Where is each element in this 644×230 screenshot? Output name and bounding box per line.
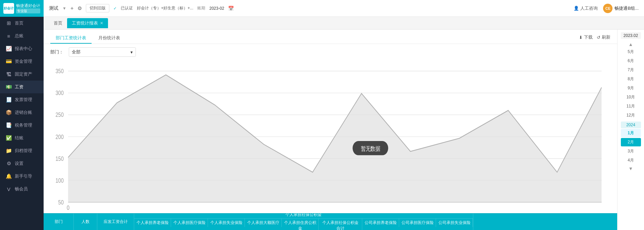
sidebar-label-ledger: 总账 <box>15 33 23 39</box>
help-button[interactable]: 👤 人工咨询 <box>574 5 598 11</box>
invoice-icon: 🧾 <box>5 97 12 103</box>
avatar-initials: CE <box>605 6 610 10</box>
sidebar-item-tax[interactable]: 📑 税务管理 <box>0 119 44 132</box>
sidebar-label-invoice: 发票管理 <box>15 97 32 103</box>
sidebar-item-archive[interactable]: 📁 归档管理 <box>0 144 44 157</box>
sales-icon: 📦 <box>5 109 12 116</box>
settings-button[interactable]: ⚙ <box>77 5 82 11</box>
tab-close-icon[interactable]: ✕ <box>100 21 103 26</box>
calendar-icon[interactable]: 📅 <box>228 6 234 11</box>
content-area: 部门工资统计表 月份统计表 ⬇ 下载 ↺ 刷新 <box>44 30 644 230</box>
month-9[interactable]: 9月 <box>621 84 641 92</box>
help-icon: 👤 <box>574 6 579 11</box>
sidebar-item-member[interactable]: V 畅会员 <box>0 183 44 195</box>
sidebar-item-settings[interactable]: ⚙ 设置 <box>0 157 44 170</box>
sidebar-label-funds: 资金管理 <box>15 58 32 64</box>
dept-select-value: 全部 <box>72 49 80 55</box>
sidebar-item-ledger[interactable]: ≡ 总账 <box>0 30 44 42</box>
month-2024-4[interactable]: 4月 <box>621 156 641 165</box>
sidebar-label-settings: 设置 <box>15 160 23 167</box>
col-personal-large-medical: 个人承担大额医疗 <box>245 219 282 227</box>
year-2024-label[interactable]: 2024 <box>621 122 641 128</box>
nav-down-button[interactable]: ▼ <box>626 165 636 172</box>
app-name: 畅捷通好会计 <box>16 3 40 9</box>
dropdown-arrow-icon[interactable]: ▼ <box>62 6 66 11</box>
svg-text:50: 50 <box>58 199 64 205</box>
col-personal-unemployment: 个人承担失业保险 <box>208 219 245 227</box>
status-text: 已认证 <box>121 5 133 11</box>
sub-tab-monthly[interactable]: 月份统计表 <box>93 33 125 44</box>
current-period-label: 2023.02 <box>621 32 641 39</box>
month-12[interactable]: 12月 <box>621 111 641 120</box>
ledger-icon: ≡ <box>5 33 12 39</box>
download-icon: ⬇ <box>579 35 583 40</box>
sidebar-label-salary: 工资 <box>15 84 23 90</box>
checkout-icon: ✅ <box>5 135 12 141</box>
table-footer: 部门 人数 应发工资合计 个人承担社保公积金 个人承担养老保险 <box>44 213 617 230</box>
logo-icon: 好会计 <box>3 3 14 14</box>
sidebar: 好会计 畅捷通好会计 专业版 ⊞ 首页 ≡ 总账 📈 报表中心 💳 资金管理 🏗… <box>0 0 44 230</box>
month-7[interactable]: 7月 <box>621 66 641 74</box>
sidebar-item-reports[interactable]: 📈 报表中心 <box>0 42 44 55</box>
col-company-unemployment: 公司承担失业保险 <box>436 219 473 227</box>
col-company-pension: 公司承担养老保险 <box>362 219 399 227</box>
funds-icon: 💳 <box>5 58 12 64</box>
col-headcount: 人数 <box>74 214 97 230</box>
sidebar-label-reports: 报表中心 <box>15 46 32 52</box>
sidebar-item-invoice[interactable]: 🧾 发票管理 <box>0 93 44 106</box>
tab-home[interactable]: 首页 <box>49 18 67 28</box>
col-total-salary: 应发工资合计 <box>97 214 134 230</box>
sidebar-label-home: 首页 <box>15 20 23 26</box>
refresh-icon: ↺ <box>597 35 600 40</box>
sidebar-item-guide[interactable]: 🔔 新手引导 <box>0 170 44 183</box>
reports-icon: 📈 <box>5 46 12 52</box>
help-label: 人工咨询 <box>580 5 598 11</box>
user-menu[interactable]: CE 畅捷通B组... <box>603 4 639 13</box>
month-11[interactable]: 11月 <box>621 102 641 110</box>
user-name: 畅捷通B组... <box>614 5 639 11</box>
col-personal-medical: 个人承担医疗保险 <box>171 219 208 227</box>
sidebar-label-member: 畅会员 <box>15 186 28 192</box>
sidebar-item-home[interactable]: ⊞ 首页 <box>0 17 44 30</box>
switch-version-button[interactable]: 切到旧版 <box>86 4 109 12</box>
svg-text:100: 100 <box>55 177 63 184</box>
sidebar-label-assets: 固定资产 <box>15 71 32 77</box>
dept-select[interactable]: 全部 ▾ <box>69 47 136 57</box>
svg-text:0: 0 <box>67 204 69 211</box>
home-icon: ⊞ <box>5 20 12 26</box>
svg-text:150: 150 <box>55 155 63 162</box>
sidebar-label-guide: 新手引导 <box>15 173 32 179</box>
refresh-button[interactable]: ↺ 刷新 <box>597 34 610 40</box>
col-company-medical: 公司承担医疗保险 <box>399 219 436 227</box>
month-6[interactable]: 6月 <box>621 57 641 65</box>
salary-chart: 350 300 250 200 150 100 50 <box>50 60 610 213</box>
sidebar-item-checkout[interactable]: ✅ 结账 <box>0 132 44 144</box>
group-personal-cols: 个人承担养老保险 个人承担医疗保险 个人承担失业保险 个人承担大额医疗 个人承担 <box>134 219 473 230</box>
company-name: 测试 <box>49 5 58 11</box>
tab-salary-label: 工资统计报表 <box>72 20 98 26</box>
svg-text:200: 200 <box>55 133 63 140</box>
sidebar-item-salary[interactable]: 💵 工资 <box>0 81 44 93</box>
add-button[interactable]: + <box>70 5 73 11</box>
chart-area: 350 300 250 200 150 100 50 <box>44 60 617 213</box>
sub-tab-dept[interactable]: 部门工资统计表 <box>50 33 92 44</box>
svg-text:暂无数据: 暂无数据 <box>361 145 380 152</box>
month-2024-1[interactable]: 1月 <box>621 129 641 137</box>
sidebar-label-sales: 进销台账 <box>15 109 32 116</box>
sidebar-item-assets[interactable]: 🏗 固定资产 <box>0 68 44 81</box>
sidebar-item-sales[interactable]: 📦 进销台账 <box>0 106 44 119</box>
tab-salary-report[interactable]: 工资统计报表 ✕ <box>67 18 108 28</box>
download-button[interactable]: ⬇ 下载 <box>579 34 593 40</box>
nav-up-button[interactable]: ▲ <box>626 41 636 48</box>
svg-marker-14 <box>68 75 601 202</box>
month-5[interactable]: 5月 <box>621 48 641 56</box>
sidebar-label-tax: 税务管理 <box>15 122 32 128</box>
tabs-bar: 首页 工资统计报表 ✕ <box>44 17 644 30</box>
main-area: 测试 ▼ + ⚙ 切到旧版 ✓ 已认证 好会计（专）+好生意（标）+... 账期… <box>44 0 644 230</box>
product-info: 好会计（专）+好生意（标）+... <box>137 5 193 11</box>
sidebar-item-funds[interactable]: 💳 资金管理 <box>0 55 44 68</box>
month-2024-2[interactable]: 2月 <box>621 138 641 146</box>
month-8[interactable]: 8月 <box>621 75 641 83</box>
month-2024-3[interactable]: 3月 <box>621 147 641 155</box>
month-10[interactable]: 10月 <box>621 93 641 101</box>
